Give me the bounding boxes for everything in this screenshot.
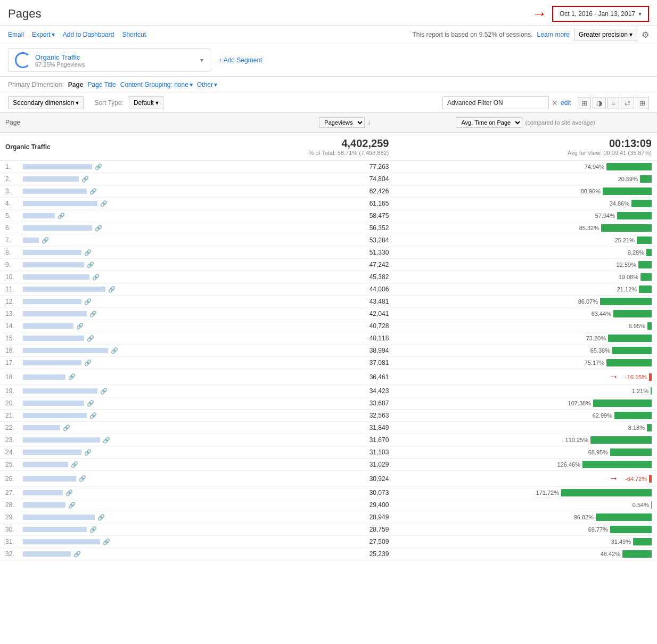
view-compare-button[interactable]: ⇄: [621, 97, 634, 109]
pageview-cell: 40,728: [295, 320, 394, 332]
metric-percent: 63.44%: [585, 311, 611, 317]
filter-clear-icon[interactable]: ✕: [552, 99, 558, 107]
filter-edit-link[interactable]: edit: [561, 99, 571, 107]
pageview-cell: 45,382: [295, 271, 394, 283]
page-link-icon[interactable]: 🔗: [92, 274, 100, 281]
green-bar: [606, 163, 652, 170]
settings-icon[interactable]: ⚙: [642, 30, 649, 40]
page-link-icon[interactable]: 🔗: [42, 237, 49, 244]
page-link-icon[interactable]: 🔗: [95, 225, 102, 232]
view-pivot-button[interactable]: ⊞: [636, 97, 649, 109]
pageview-cell: 43,481: [295, 296, 394, 308]
sort-value: Default: [134, 99, 154, 107]
learn-more-link[interactable]: Learn more: [537, 31, 570, 38]
dim-content-grouping-dropdown[interactable]: Content Grouping: none ▾: [120, 81, 193, 88]
row-number: 15.: [5, 335, 20, 342]
green-bar: [631, 200, 652, 207]
table-row: 6.🔗56,35285.32%: [0, 222, 657, 234]
row-number: 13.: [5, 310, 20, 317]
metric-cell: 48.42%: [394, 548, 657, 560]
page-link-icon[interactable]: 🔗: [68, 373, 76, 380]
pageviews-metric-select[interactable]: Pageviews: [319, 117, 365, 128]
export-button[interactable]: Export ▾: [32, 31, 55, 38]
dim-other-dropdown[interactable]: Other ▾: [197, 81, 217, 88]
pageview-cell: 62,426: [295, 185, 394, 198]
view-grid-button[interactable]: ⊞: [578, 97, 591, 109]
col-header-pageviews: Pageviews ↓: [295, 113, 394, 133]
page-link-icon[interactable]: 🔗: [100, 388, 108, 395]
metric-percent: 48.42%: [594, 551, 620, 557]
page-cell-td: 22.🔗: [0, 422, 295, 434]
row-number: 29.: [5, 513, 20, 521]
page-bar: [23, 348, 108, 353]
page-link-icon[interactable]: 🔗: [103, 539, 110, 545]
row-number: 6.: [5, 224, 20, 232]
page-link-icon[interactable]: 🔗: [84, 360, 92, 366]
pageview-cell: 51,330: [295, 247, 394, 259]
row-number: 3.: [5, 188, 20, 195]
row-number: 32.: [5, 550, 20, 558]
pageview-cell: 29,400: [295, 499, 394, 511]
table-row: 22.🔗31,8498.18%: [0, 422, 657, 434]
page-link-icon[interactable]: 🔗: [108, 286, 116, 293]
table-row: 7.🔗53,28425.21%: [0, 234, 657, 247]
view-list-button[interactable]: ≡: [607, 97, 619, 109]
metric-percent: 126.46%: [554, 461, 580, 468]
metric-select[interactable]: Avg. Time on Page: [456, 117, 522, 128]
page-link-icon[interactable]: 🔗: [84, 249, 92, 256]
page-cell-td: 13.🔗: [0, 308, 295, 320]
sort-type-button[interactable]: Default ▾: [129, 96, 163, 109]
add-segment-button[interactable]: + Add Segment: [218, 56, 262, 64]
red-bar: [649, 373, 652, 381]
metric-percent: 110.25%: [562, 437, 588, 443]
page-link-icon[interactable]: 🔗: [87, 262, 94, 268]
page-link-icon[interactable]: 🔗: [65, 490, 73, 496]
metric-cell: 8.18%: [394, 422, 657, 434]
page-link-icon[interactable]: 🔗: [111, 347, 118, 354]
page-link-icon[interactable]: 🔗: [89, 412, 97, 419]
date-range-container: → Oct 1, 2016 - Jan 13, 2017 ▾: [532, 5, 649, 22]
precision-dropdown-icon: ▾: [629, 31, 633, 38]
segment-pill[interactable]: Organic Traffic 67.25% Pageviews ▾: [8, 48, 210, 72]
date-range-button[interactable]: Oct 1, 2016 - Jan 13, 2017 ▾: [552, 6, 649, 22]
view-pie-button[interactable]: ◑: [593, 97, 606, 109]
row-number: 18.: [5, 373, 20, 381]
filter-input[interactable]: [442, 96, 549, 109]
page-link-icon[interactable]: 🔗: [63, 425, 70, 431]
page-link-icon[interactable]: 🔗: [95, 164, 102, 170]
pageview-cell: 30,924: [295, 471, 394, 487]
page-bar: [23, 201, 97, 206]
page-bar: [23, 189, 87, 194]
precision-button[interactable]: Greater precision ▾: [574, 29, 637, 40]
page-link-icon[interactable]: 🔗: [97, 514, 105, 521]
email-link[interactable]: Email: [8, 31, 24, 38]
page-link-icon[interactable]: 🔗: [68, 502, 76, 509]
page-link-icon[interactable]: 🔗: [58, 213, 65, 219]
page-link-icon[interactable]: 🔗: [84, 449, 92, 456]
row-number: 20.: [5, 400, 20, 407]
page-link-icon[interactable]: 🔗: [89, 526, 97, 533]
metric-cell: 22.59%: [394, 259, 657, 271]
page-link-icon[interactable]: 🔗: [73, 551, 81, 558]
secondary-dimension-button[interactable]: Secondary dimension ▾: [8, 96, 84, 109]
add-dashboard-link[interactable]: Add to Dashboard: [63, 31, 114, 38]
pv-sort-icon[interactable]: ↓: [367, 119, 371, 126]
page-link-icon[interactable]: 🔗: [103, 437, 110, 444]
page-link-icon[interactable]: 🔗: [71, 461, 78, 468]
page-cell-td: 2.🔗: [0, 173, 295, 185]
page-link-icon[interactable]: 🔗: [89, 188, 97, 195]
dim-page-title-link[interactable]: Page Title: [87, 81, 116, 88]
page-link-icon[interactable]: 🔗: [79, 475, 86, 482]
page-link-icon[interactable]: 🔗: [84, 298, 92, 305]
dim-page-link[interactable]: Page: [68, 81, 84, 88]
page-link-icon[interactable]: 🔗: [76, 323, 84, 330]
page-link-icon[interactable]: 🔗: [87, 400, 94, 407]
shortcut-link[interactable]: Shortcut: [122, 31, 146, 38]
page-link-icon[interactable]: 🔗: [89, 311, 97, 317]
segment-name: Organic Traffic: [35, 53, 85, 61]
page-link-icon[interactable]: 🔗: [100, 200, 108, 207]
segment-dropdown-icon[interactable]: ▾: [200, 56, 203, 64]
metric-percent: -64.72%: [620, 476, 647, 482]
page-link-icon[interactable]: 🔗: [81, 176, 89, 183]
page-link-icon[interactable]: 🔗: [87, 335, 94, 342]
